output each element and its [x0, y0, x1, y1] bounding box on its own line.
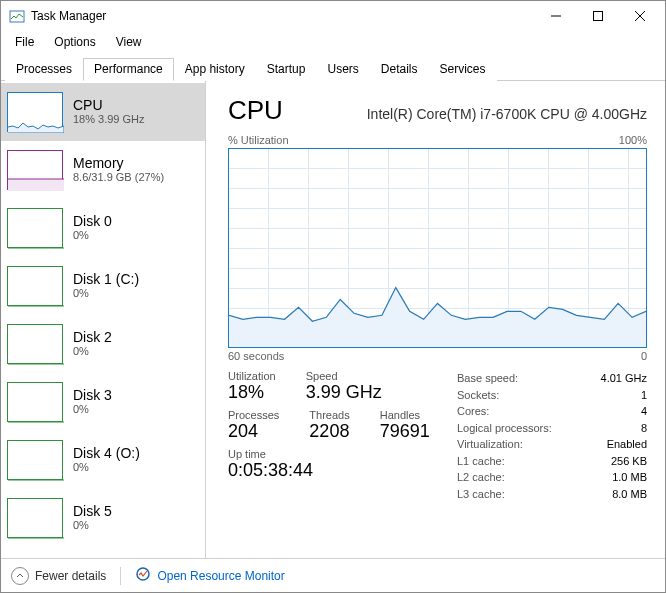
tab-users[interactable]: Users — [316, 58, 369, 81]
sidebar-item-disk-1-c-[interactable]: Disk 1 (C:)0% — [1, 257, 205, 315]
fewer-details-button[interactable]: Fewer details — [11, 567, 106, 585]
info-key: Base speed: — [457, 370, 518, 387]
disk-thumbnail-icon — [7, 382, 63, 422]
info-row: Cores:4 — [457, 403, 647, 420]
open-resource-monitor-label: Open Resource Monitor — [157, 569, 284, 583]
tabstrip: Processes Performance App history Startu… — [1, 53, 665, 81]
sidebar-item-disk-4-o-[interactable]: Disk 4 (O:)0% — [1, 431, 205, 489]
info-key: Logical processors: — [457, 420, 552, 437]
close-button[interactable] — [619, 2, 661, 30]
info-row: L1 cache:256 KB — [457, 453, 647, 470]
info-key: Virtualization: — [457, 436, 523, 453]
tab-app-history[interactable]: App history — [174, 58, 256, 81]
handles-value: 79691 — [380, 421, 430, 442]
sidebar-item-sub: 18% 3.99 GHz — [73, 113, 145, 126]
sidebar-item-disk-3[interactable]: Disk 30% — [1, 373, 205, 431]
speed-value: 3.99 GHz — [306, 382, 382, 403]
sidebar-item-name: Disk 2 — [73, 329, 112, 345]
info-value: 4 — [641, 403, 647, 420]
sidebar-item-sub: 0% — [73, 403, 112, 416]
sidebar-item-name: Disk 5 — [73, 503, 112, 519]
info-value: 8.0 MB — [612, 486, 647, 503]
sidebar-item-sub: 8.6/31.9 GB (27%) — [73, 171, 164, 184]
disk-thumbnail-icon — [7, 498, 63, 538]
info-key: L3 cache: — [457, 486, 505, 503]
sidebar-item-sub: 0% — [73, 287, 139, 300]
disk-thumbnail-icon — [7, 440, 63, 480]
sidebar-item-name: Memory — [73, 155, 164, 171]
uptime-value: 0:05:38:44 — [228, 460, 457, 481]
mem-thumbnail-icon — [7, 150, 63, 190]
tab-processes[interactable]: Processes — [5, 58, 83, 81]
utilization-value: 18% — [228, 382, 276, 403]
svg-point-13 — [137, 568, 149, 580]
detail-title: CPU — [228, 95, 283, 126]
info-value: 8 — [641, 420, 647, 437]
menubar: File Options View — [1, 31, 665, 53]
sidebar-item-memory[interactable]: Memory8.6/31.9 GB (27%) — [1, 141, 205, 199]
info-key: L2 cache: — [457, 469, 505, 486]
cpu-thumbnail-icon — [7, 92, 63, 132]
processes-label: Processes — [228, 409, 279, 421]
detail-pane: CPU Intel(R) Core(TM) i7-6700K CPU @ 4.0… — [206, 81, 665, 558]
info-row: Logical processors:8 — [457, 420, 647, 437]
tab-startup[interactable]: Startup — [256, 58, 317, 81]
info-value: 1 — [641, 387, 647, 404]
fewer-details-label: Fewer details — [35, 569, 106, 583]
chevron-up-icon — [11, 567, 29, 585]
minimize-button[interactable] — [535, 2, 577, 30]
processes-value: 204 — [228, 421, 279, 442]
sidebar-item-cpu[interactable]: CPU18% 3.99 GHz — [1, 83, 205, 141]
titlebar: Task Manager — [1, 1, 665, 31]
info-row: Sockets:1 — [457, 387, 647, 404]
sidebar-item-disk-0[interactable]: Disk 00% — [1, 199, 205, 257]
app-icon — [9, 8, 25, 24]
sidebar-item-disk-2[interactable]: Disk 20% — [1, 315, 205, 373]
handles-label: Handles — [380, 409, 430, 421]
tab-services[interactable]: Services — [429, 58, 497, 81]
disk-thumbnail-icon — [7, 324, 63, 364]
cpu-utilization-chart[interactable] — [228, 148, 647, 348]
svg-rect-2 — [594, 12, 603, 21]
info-key: Sockets: — [457, 387, 499, 404]
cpu-info-table: Base speed:4.01 GHzSockets:1Cores:4Logic… — [457, 370, 647, 502]
info-value: 1.0 MB — [612, 469, 647, 486]
menu-view[interactable]: View — [106, 33, 152, 51]
sidebar-item-name: Disk 4 (O:) — [73, 445, 140, 461]
info-key: Cores: — [457, 403, 489, 420]
open-resource-monitor-link[interactable]: Open Resource Monitor — [135, 566, 284, 585]
menu-file[interactable]: File — [5, 33, 44, 51]
menu-options[interactable]: Options — [44, 33, 105, 51]
utilization-label: Utilization — [228, 370, 276, 382]
cpu-model: Intel(R) Core(TM) i7-6700K CPU @ 4.00GHz — [367, 106, 647, 122]
info-value: 256 KB — [611, 453, 647, 470]
svg-rect-5 — [8, 179, 64, 191]
sidebar-item-disk-5[interactable]: Disk 50% — [1, 489, 205, 547]
sidebar-item-name: Disk 0 — [73, 213, 112, 229]
sidebar-item-sub: 0% — [73, 461, 140, 474]
info-value: Enabled — [607, 436, 647, 453]
chart-label-bot-left: 60 seconds — [228, 350, 284, 362]
tab-details[interactable]: Details — [370, 58, 429, 81]
info-row: Virtualization:Enabled — [457, 436, 647, 453]
disk-thumbnail-icon — [7, 208, 63, 248]
separator — [120, 567, 121, 585]
sidebar-item-name: CPU — [73, 97, 145, 113]
tab-performance[interactable]: Performance — [83, 58, 174, 81]
disk-thumbnail-icon — [7, 266, 63, 306]
chart-label-bot-right: 0 — [641, 350, 647, 362]
info-row: Base speed:4.01 GHz — [457, 370, 647, 387]
chart-label-top-right: 100% — [619, 134, 647, 146]
sidebar[interactable]: CPU18% 3.99 GHzMemory8.6/31.9 GB (27%)Di… — [1, 81, 206, 558]
resource-monitor-icon — [135, 566, 151, 585]
uptime-label: Up time — [228, 448, 457, 460]
threads-label: Threads — [309, 409, 349, 421]
speed-label: Speed — [306, 370, 382, 382]
sidebar-item-name: Disk 3 — [73, 387, 112, 403]
chart-label-top-left: % Utilization — [228, 134, 289, 146]
info-value: 4.01 GHz — [601, 370, 647, 387]
maximize-button[interactable] — [577, 2, 619, 30]
info-key: L1 cache: — [457, 453, 505, 470]
sidebar-item-sub: 0% — [73, 519, 112, 532]
info-row: L2 cache:1.0 MB — [457, 469, 647, 486]
